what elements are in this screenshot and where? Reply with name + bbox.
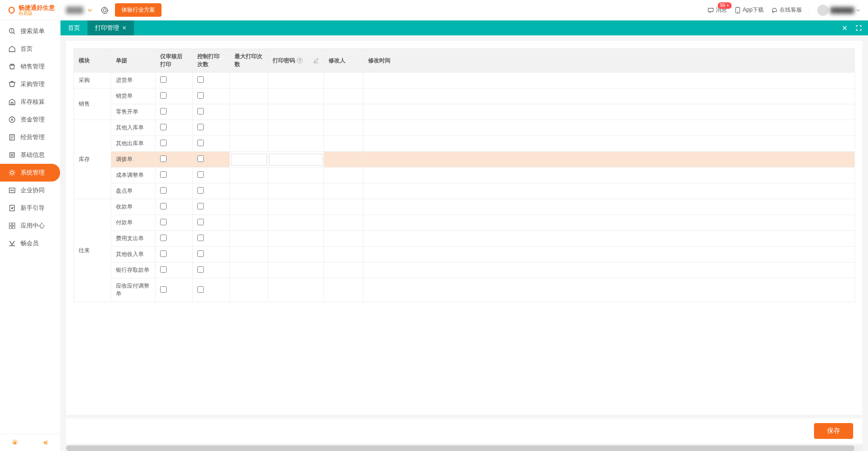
sidebar-item-operation[interactable]: 经营管理 xyxy=(0,128,60,146)
cell-mtime xyxy=(363,247,855,263)
brand-logo[interactable]: 畅捷通好生意 精易版 xyxy=(7,5,61,16)
org-selector[interactable]: ████ xyxy=(61,5,98,15)
audit-checkbox[interactable] xyxy=(160,155,167,162)
cell-max xyxy=(230,263,268,278)
ctrl-checkbox[interactable] xyxy=(197,124,204,130)
ctrl-checkbox[interactable] xyxy=(197,155,204,162)
table-row: 成本调整单 xyxy=(74,168,855,183)
svg-point-7 xyxy=(11,190,12,191)
online-service-button[interactable]: 在线客服 xyxy=(771,6,802,14)
sidebar-item-collab[interactable]: 企业协同 xyxy=(0,182,60,199)
settings-gear-button[interactable] xyxy=(101,7,108,14)
ctrl-checkbox[interactable] xyxy=(197,92,204,99)
audit-checkbox[interactable] xyxy=(160,124,167,130)
audit-checkbox[interactable] xyxy=(160,219,167,225)
user-menu[interactable]: ██████ xyxy=(817,5,861,16)
sidebar-item-membership[interactable]: 畅会员 xyxy=(0,235,60,252)
sidebar-item-system[interactable]: 系统管理 xyxy=(0,164,60,182)
sidebar-item-inventory[interactable]: 库存核算 xyxy=(0,93,60,111)
pwd-input[interactable] xyxy=(269,154,323,166)
audit-checkbox[interactable] xyxy=(160,171,167,178)
operation-icon xyxy=(8,134,16,141)
cell-pwd xyxy=(268,136,324,152)
tab-print-manage[interactable]: 打印管理 ✕ xyxy=(87,20,134,35)
sidebar-item-label: 经营管理 xyxy=(20,133,45,141)
tab-home[interactable]: 首页 xyxy=(61,20,87,35)
cell-doc: 盘点单 xyxy=(111,183,155,199)
ctrl-checkbox[interactable] xyxy=(197,219,204,225)
cell-max xyxy=(230,278,268,302)
audit-checkbox[interactable] xyxy=(160,76,167,83)
fullscreen-button[interactable] xyxy=(855,24,862,32)
cell-mtime xyxy=(363,104,855,120)
scrollbar-thumb[interactable] xyxy=(66,445,855,451)
brand-sub: 精易版 xyxy=(19,11,55,16)
sidebar-item-sales[interactable]: 销售管理 xyxy=(0,58,60,75)
help-icon[interactable]: ? xyxy=(297,58,303,63)
purchase-icon xyxy=(8,81,16,88)
ctrl-checkbox[interactable] xyxy=(197,235,204,241)
audit-checkbox[interactable] xyxy=(160,250,167,257)
cell-module: 往来 xyxy=(74,199,111,302)
cell-audit xyxy=(155,104,193,120)
close-icon[interactable]: ✕ xyxy=(122,25,127,31)
sidebar-settings-button[interactable] xyxy=(0,434,30,451)
tab-close-all-button[interactable] xyxy=(841,24,848,32)
cell-audit xyxy=(155,136,193,152)
edit-icon[interactable] xyxy=(313,58,319,63)
th-ctrl-count: 控制打印次数 xyxy=(193,49,230,73)
audit-checkbox[interactable] xyxy=(160,203,167,209)
audit-checkbox[interactable] xyxy=(160,235,167,241)
ctrl-checkbox[interactable] xyxy=(197,203,204,209)
cell-module: 采购 xyxy=(74,73,111,88)
sidebar-item-search-menu[interactable]: 搜索菜单 xyxy=(0,22,60,40)
ctrl-checkbox[interactable] xyxy=(197,140,204,146)
audit-checkbox[interactable] xyxy=(160,266,167,273)
ctrl-checkbox[interactable] xyxy=(197,187,204,194)
industry-plan-button[interactable]: 体验行业方案 xyxy=(115,3,161,17)
cell-pwd xyxy=(268,168,324,183)
cell-max xyxy=(230,152,268,168)
sales-icon xyxy=(8,63,16,70)
app-download-button[interactable]: App下载 xyxy=(734,6,764,14)
cell-pwd xyxy=(268,104,324,120)
cell-max xyxy=(230,88,268,104)
audit-checkbox[interactable] xyxy=(160,92,167,99)
cell-mtime xyxy=(363,231,855,247)
cell-modifier xyxy=(324,199,363,215)
cell-ctrl xyxy=(193,88,230,104)
audit-checkbox[interactable] xyxy=(160,140,167,146)
ctrl-checkbox[interactable] xyxy=(197,108,204,114)
sidebar-collapse-button[interactable] xyxy=(30,434,61,451)
ctrl-checkbox[interactable] xyxy=(197,171,204,178)
save-button[interactable]: 保存 xyxy=(814,423,853,439)
sidebar-item-guide[interactable]: 新手引导 xyxy=(0,199,60,217)
sidebar-item-purchase[interactable]: 采购管理 xyxy=(0,75,60,93)
ctrl-checkbox[interactable] xyxy=(197,266,204,273)
messages-button[interactable]: 消息 99 + xyxy=(707,6,727,14)
cell-modifier xyxy=(324,215,363,231)
cell-modifier xyxy=(324,120,363,136)
cell-mtime xyxy=(363,88,855,104)
sidebar-item-apps[interactable]: 应用中心 xyxy=(0,217,60,235)
cell-doc: 调拨单 xyxy=(111,152,155,168)
max-count-input[interactable] xyxy=(231,154,267,166)
table-row: 其他收入单 xyxy=(74,247,855,263)
cell-pwd xyxy=(268,73,324,88)
sidebar-item-funds[interactable]: 资金管理 xyxy=(0,111,60,128)
th-audit-print: 仅审核后打印 xyxy=(155,49,193,73)
ctrl-checkbox[interactable] xyxy=(197,286,204,293)
ctrl-checkbox[interactable] xyxy=(197,76,204,83)
sidebar-item-basic[interactable]: 基础信息 xyxy=(0,146,60,164)
cell-doc: 零售开单 xyxy=(111,104,155,120)
ctrl-checkbox[interactable] xyxy=(197,250,204,257)
basic-icon xyxy=(8,151,16,159)
audit-checkbox[interactable] xyxy=(160,187,167,194)
membership-icon xyxy=(8,240,16,247)
audit-checkbox[interactable] xyxy=(160,108,167,114)
horizontal-scrollbar[interactable] xyxy=(66,445,862,451)
cell-max xyxy=(230,231,268,247)
sidebar-item-home[interactable]: 首页 xyxy=(0,40,60,58)
avatar-icon xyxy=(817,5,828,16)
audit-checkbox[interactable] xyxy=(160,286,167,293)
